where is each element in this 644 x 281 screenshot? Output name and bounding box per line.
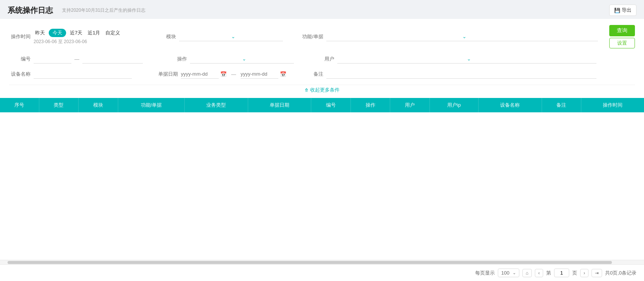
col-op-time: 操作时间 [581,98,644,112]
module-label: 模块 [154,33,179,40]
date-label: 单据日期 [154,71,181,78]
device-input[interactable] [34,70,132,79]
col-user: 用户 [390,98,429,112]
col-op: 操作 [351,98,390,112]
col-biz-type: 业务类型 [185,98,248,112]
func-select[interactable]: ⌄ [326,32,598,41]
func-label: 功能/单据 [298,33,326,40]
op-select[interactable]: ⌄ [190,54,294,64]
collapse-icon: ⤊ [304,87,309,93]
data-table: 序号 类型 模块 功能/单据 业务类型 单据日期 编号 操作 用户 用户ip 设… [0,98,644,112]
page-size-select[interactable]: 100 ⌄ [498,269,519,277]
user-label: 用户 [309,56,337,62]
page-size-value: 100 [501,270,510,276]
col-device: 设备名称 [478,98,542,112]
num-label: 编号 [9,56,34,62]
op-chevron-icon: ⌄ [242,56,294,62]
remark-input[interactable] [326,70,596,79]
next-page-button[interactable]: › [580,269,588,277]
remark-label: 备注 [298,71,326,78]
page-size-label: 每页显示 [475,270,495,276]
time-range-display: 2023-06-06 至 2023-06-06 [34,39,132,45]
settings-button[interactable]: 设置 [609,38,635,48]
time-btn-yesterday[interactable]: 昨天 [34,29,46,37]
time-btn-7days[interactable]: 近7天 [68,29,84,37]
page-subtitle: 支持2020年10月31日之后产生的操作日志 [62,7,145,14]
total-label: 共0页,0条记录 [605,270,636,276]
time-btn-1month[interactable]: 近1月 [86,29,102,37]
module-select[interactable]: ⌄ [179,32,283,41]
module-chevron-icon: ⌄ [231,34,283,39]
calendar-from-icon[interactable]: 📅 [220,71,227,77]
page-unit: 页 [572,270,577,276]
pagination-bar: 每页显示 100 ⌄ ⌂ ‹ 第 页 › ⇥ 共0页,0条记录 [0,264,644,281]
first-page-button[interactable]: ⌂ [522,269,532,277]
page-title: 系统操作日志 [8,5,53,16]
export-label: 导出 [622,7,632,14]
page-number-input[interactable] [554,269,569,277]
col-module: 模块 [79,98,118,112]
page-size-chevron-icon: ⌄ [513,270,516,275]
device-label: 设备名称 [9,71,34,78]
calendar-to-icon[interactable]: 📅 [280,71,286,77]
func-chevron-icon: ⌄ [462,34,598,39]
num-from-input[interactable] [34,54,71,64]
user-chevron-icon: ⌄ [467,56,596,62]
col-num: 编号 [311,98,351,112]
query-button[interactable]: 查询 [609,25,635,36]
col-date: 单据日期 [248,98,311,112]
time-label: 操作时间 [9,33,34,40]
op-label: 操作 [165,56,190,62]
col-ip: 用户ip [429,98,478,112]
col-type: 类型 [39,98,78,112]
time-btn-custom[interactable]: 自定义 [104,29,122,37]
col-func: 功能/单据 [118,98,184,112]
date-to-input[interactable] [241,70,278,79]
last-page-button[interactable]: ⇥ [591,269,602,277]
num-to-input[interactable] [82,54,143,64]
date-from-input[interactable] [181,70,219,79]
time-btn-today[interactable]: 今天 [49,29,66,37]
horizontal-scrollbar[interactable] [0,260,644,264]
prev-page-button[interactable]: ‹ [535,269,543,277]
col-remark: 备注 [542,98,581,112]
export-button[interactable]: 💾 导出 [609,5,636,16]
export-icon: 💾 [614,8,620,13]
collapse-button[interactable]: ⤊ 收起更多条件 [9,87,635,93]
page-label: 第 [546,270,551,276]
col-index: 序号 [0,98,39,112]
collapse-label: 收起更多条件 [310,87,340,93]
user-select[interactable]: ⌄ [337,54,596,64]
